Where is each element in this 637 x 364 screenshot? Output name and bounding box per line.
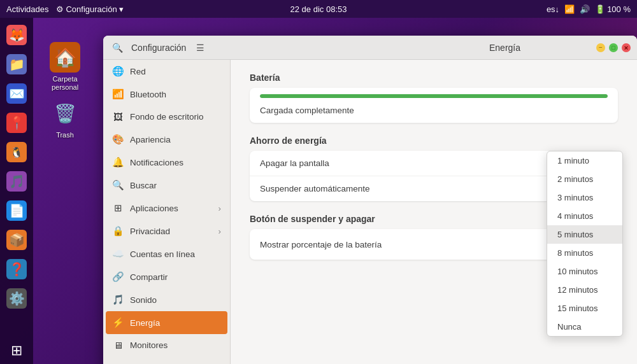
dock-files[interactable]: 📁: [3, 51, 30, 78]
window-titlebar: 🔍 Configuración ☰ Energía − □ ×: [103, 36, 637, 60]
porcentaje-label: Mostrar porcentaje de la batería: [260, 240, 382, 249]
dock-music[interactable]: 🎵: [3, 168, 30, 195]
ahorro-card: Apagar la pantalla 1 minuto 2 minutos 3 …: [250, 151, 618, 201]
option-10min[interactable]: 10 minutos: [547, 262, 622, 281]
sidebar-item-privacidad[interactable]: 🔒 Privacidad ›: [103, 220, 230, 242]
network-icon: 📶: [564, 4, 575, 14]
sidebar-item-raton[interactable]: 🖱 Ratón y panel táctil: [103, 356, 230, 364]
desktop-icon-carpeta[interactable]: 🏠 Carpeta personal: [39, 42, 90, 92]
sidebar-item-notificaciones[interactable]: 🔔 Notificaciones: [103, 151, 230, 174]
red-icon: 🌐: [112, 66, 124, 77]
dock-mail[interactable]: ✉️: [3, 80, 30, 107]
dock-appstore[interactable]: 📦: [3, 227, 30, 253]
sidebar-item-energia[interactable]: ⚡ Energía: [106, 311, 227, 334]
dock-settings[interactable]: ⚙️: [3, 285, 30, 312]
fondo-icon: 🖼: [112, 111, 124, 122]
apariencia-icon: 🎨: [112, 134, 124, 145]
sidebar-item-buscar[interactable]: 🔍 Buscar: [103, 174, 230, 197]
sidebar-item-compartir[interactable]: 🔗 Compartir: [103, 265, 230, 288]
window-maximize[interactable]: □: [609, 43, 618, 52]
dock-firefox[interactable]: 🦊: [3, 22, 30, 48]
desktop-icons: 🏠 Carpeta personal 🗑️ Trash: [33, 36, 97, 146]
hamburger-button[interactable]: ☰: [191, 39, 209, 57]
sidebar-item-fondo[interactable]: 🖼 Fondo de escritorio: [103, 106, 230, 128]
time-dropdown-menu[interactable]: 1 minuto 2 minutos 3 minutos 4 minutos 5…: [547, 151, 623, 337]
compartir-icon: 🔗: [112, 271, 124, 283]
apagar-label: Apagar la pantalla: [260, 158, 329, 168]
option-1min[interactable]: 1 minuto: [547, 151, 622, 170]
settings-window: 🔍 Configuración ☰ Energía − □ ×: [103, 36, 637, 364]
activities-button[interactable]: Actividades: [6, 4, 48, 14]
dock-apps[interactable]: ⊞: [3, 337, 30, 364]
energia-icon: ⚡: [112, 317, 124, 328]
topbar: Actividades ⚙ Configuración ▾ 22 de dic …: [0, 0, 637, 18]
privacidad-icon: 🔒: [112, 225, 124, 237]
dock-maps[interactable]: 📍: [3, 109, 30, 136]
main-content: Batería Cargada completamente Ahorro de …: [231, 60, 637, 364]
buscar-icon: 🔍: [112, 179, 124, 191]
cuentas-icon: ☁️: [112, 248, 124, 260]
battery-section-title: Batería: [250, 73, 618, 83]
window-minimize[interactable]: −: [596, 43, 605, 52]
sidebar-item-monitores[interactable]: 🖥 Monitores: [103, 334, 230, 356]
option-3min[interactable]: 3 minutos: [547, 188, 622, 207]
battery-card: Cargada completamente: [250, 88, 618, 123]
settings-title-label: Configuración: [131, 43, 186, 53]
config-menu[interactable]: ⚙ Configuración ▾: [56, 4, 123, 14]
battery-indicator: 🔋 100 %: [595, 4, 631, 14]
bluetooth-icon: 📶: [112, 88, 124, 100]
clock: 22 de dic 08:53: [290, 4, 347, 14]
sidebar-item-apariencia[interactable]: 🎨 Apariencia: [103, 128, 230, 151]
sidebar-item-sonido[interactable]: 🎵 Sonido: [103, 288, 230, 311]
window-close[interactable]: ×: [622, 43, 631, 52]
sidebar-item-bluetooth[interactable]: 📶 Bluetooth: [103, 83, 230, 106]
option-15min[interactable]: 15 minutos: [547, 299, 622, 318]
suspender-label: Suspender automáticamente: [260, 184, 370, 193]
sidebar-item-aplicaciones[interactable]: ⊞ Aplicaciones ›: [103, 197, 230, 220]
option-5min[interactable]: 5 minutos: [547, 225, 622, 244]
dock-instalar[interactable]: 🐧: [3, 139, 30, 165]
battery-status-row: Cargada completamente: [250, 98, 618, 123]
option-nunca[interactable]: Nunca: [547, 318, 622, 336]
aplicaciones-icon: ⊞: [112, 202, 124, 214]
sidebar-item-cuentas[interactable]: ☁️ Cuentas en línea: [103, 242, 230, 265]
option-4min[interactable]: 4 minutos: [547, 207, 622, 225]
sidebar-item-red[interactable]: 🌐 Red: [103, 60, 230, 83]
option-2min[interactable]: 2 minutos: [547, 170, 622, 188]
notificaciones-icon: 🔔: [112, 157, 124, 168]
content-title-header: Energía: [489, 43, 520, 53]
dock: 🦊 📁 ✉️ 📍 🐧 🎵 📄 📦 ❓ ⚙️ ⊞: [0, 18, 33, 364]
option-12min[interactable]: 12 minutos: [547, 281, 622, 299]
monitores-icon: 🖥: [112, 340, 124, 351]
ahorro-section-title: Ahorro de energía: [250, 136, 618, 146]
sonido-icon: 🎵: [112, 294, 124, 305]
search-button[interactable]: 🔍: [108, 39, 126, 57]
dock-docs[interactable]: 📄: [3, 197, 30, 224]
option-8min[interactable]: 8 minutos: [547, 244, 622, 262]
lang-indicator[interactable]: es↓: [547, 4, 559, 14]
settings-sidebar: 🌐 Red 📶 Bluetooth 🖼 Fondo de escritorio …: [103, 60, 231, 364]
battery-status-label: Cargada completamente: [260, 106, 354, 115]
desktop-icon-trash[interactable]: 🗑️ Trash: [39, 98, 90, 139]
apagar-row: Apagar la pantalla 1 minuto 2 minutos 3 …: [250, 151, 618, 176]
dock-help[interactable]: ❓: [3, 256, 30, 283]
volume-icon: 🔊: [580, 4, 590, 14]
